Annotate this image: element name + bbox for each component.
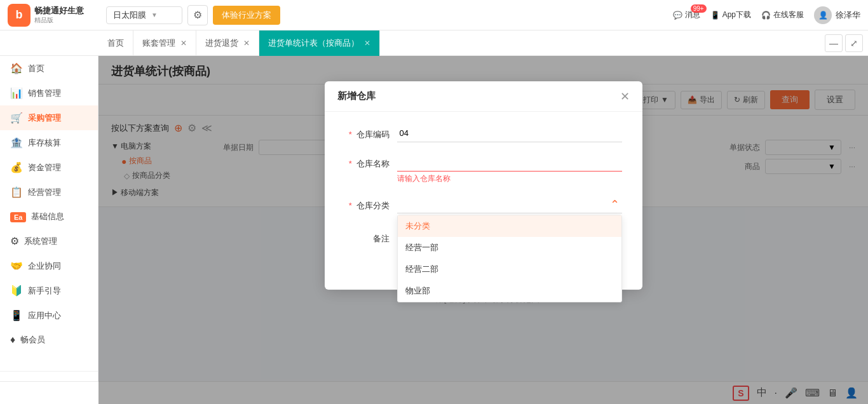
tab-home[interactable]: 首页 [98,30,133,56]
message-badge: 99+ [691,4,707,13]
basic-icon: Ea [10,211,26,222]
ea-badge: Ea [10,212,26,222]
category-field-row: * 仓库分类 ⌃ 未分类 [345,196,622,213]
category-select-wrapper: ⌃ 未分类 经营一部 [397,196,622,213]
online-service-button[interactable]: 🎧 在线客服 [761,10,804,20]
name-label: * 仓库名称 [345,154,390,170]
sidebar-item-sales[interactable]: 📊 销售管理 [0,81,98,105]
category-dropdown-arrow[interactable]: ⌃ [610,198,620,212]
store-dropdown-arrow: ▼ [151,11,158,18]
tab-expand-button[interactable]: ⤢ [845,34,863,52]
app-download-label: App下载 [722,10,751,20]
code-input[interactable] [397,125,622,142]
remark-label: 备注 [345,229,390,245]
online-service-label: 在线客服 [773,10,804,20]
settings-button[interactable]: ⚙ [187,5,208,25]
tab-purchase-return[interactable]: 进货退货 ✕ [196,30,259,56]
main-layout: 🏠 首页 📊 销售管理 🛒 采购管理 🏦 库存核算 💰 资金管理 📋 经营管理 … [0,56,868,404]
sidebar-item-app[interactable]: 📱 应用中心 [0,303,98,328]
store-name: 日太阳膜 [113,10,146,21]
category-field: * 仓库分类 ⌃ 未分类 [345,196,622,213]
sidebar-label-collab: 企业协同 [28,260,61,272]
sidebar-label-inventory: 库存核算 [28,137,61,149]
header-right: 💬 消息 99+ 📱 App下载 🎧 在线客服 👤 徐泽华 [673,6,860,24]
avatar: 👤 [814,6,832,24]
sidebar-item-basic[interactable]: Ea 基础信息 [0,205,98,229]
store-selector[interactable]: 日太阳膜 ▼ [106,6,182,24]
app-download-button[interactable]: 📱 App下载 [710,10,751,20]
message-button[interactable]: 💬 消息 99+ [673,10,700,20]
sidebar-item-system[interactable]: ⚙ 系统管理 [0,229,98,253]
name-field-row: * 仓库名称 [345,154,622,172]
sidebar-label-basic: 基础信息 [31,211,64,222]
content-area: 进货单统计(按商品) 🖨 按模板打印 ▼ 📤 导出 ↻ 刷新 查询 设置 [98,56,868,404]
tab-account[interactable]: 账套管理 ✕ [133,30,196,56]
username: 徐泽华 [836,10,860,21]
sidebar-item-guide[interactable]: 🔰 新手引导 [0,278,98,303]
operation-icon: 📋 [10,186,23,198]
name-field: * 仓库名称 请输入仓库名称 [345,154,622,184]
sidebar-label-sales: 销售管理 [28,88,61,99]
sidebar-item-finance[interactable]: 💰 资金管理 [0,155,98,180]
dialog-body: * 仓库编码 * 仓库名称 [325,112,642,229]
dropdown-option-dept1[interactable]: 经营一部 [398,237,621,259]
user-info[interactable]: 👤 徐泽华 [814,6,860,24]
guide-icon: 🔰 [10,285,23,297]
tab-purchase-return-label: 进货退货 [205,37,238,49]
tab-account-label: 账套管理 [142,37,175,49]
app-icon: 📱 [10,309,23,321]
name-error-message: 请输入仓库名称 [397,173,622,184]
code-label: * 仓库编码 [345,125,390,140]
dropdown-option-uncategorized[interactable]: 未分类 [398,215,621,237]
tab-home-label: 首页 [107,37,124,49]
headset-icon: 🎧 [761,11,771,20]
sidebar-label-member: 畅会员 [20,334,45,346]
sidebar-item-inventory[interactable]: 🏦 库存核算 [0,130,98,155]
sidebar: 🏠 首页 📊 销售管理 🛒 采购管理 🏦 库存核算 💰 资金管理 📋 经营管理 … [0,56,98,404]
sidebar-label-finance: 资金管理 [28,162,61,173]
tab-purchase-stat-close[interactable]: ✕ [364,39,370,48]
top-header: b 畅捷通好生意 精品版 日太阳膜 ▼ ⚙ 体验行业方案 💬 消息 99+ 📱 … [0,0,868,30]
sidebar-item-home[interactable]: 🏠 首页 [0,56,98,81]
dialog-close-button[interactable]: ✕ [620,91,630,102]
sales-icon: 📊 [10,87,23,99]
sidebar-label-app: 应用中心 [28,310,61,321]
tab-purchase-stat[interactable]: 进货单统计表（按商品） ✕ [259,30,380,56]
sidebar-item-operation[interactable]: 📋 经营管理 [0,180,98,205]
tab-right-buttons: — ⤢ [825,34,868,52]
category-label: * 仓库分类 [345,196,390,212]
logo-icon: b [8,4,31,27]
tab-purchase-stat-label: 进货单统计表（按商品） [268,37,359,49]
home-icon: 🏠 [10,62,23,74]
sidebar-label-purchase: 采购管理 [28,112,61,124]
category-dropdown: 未分类 经营一部 经营二部 物业部 [397,215,622,302]
new-warehouse-dialog: 新增仓库 ✕ * 仓库编码 [325,81,642,290]
system-icon: ⚙ [10,235,19,247]
collab-icon: 🤝 [10,260,23,272]
phone-icon: 📱 [710,11,720,20]
logo-subtitle: 精品版 [34,16,84,24]
name-input[interactable] [397,154,622,172]
tab-minimize-button[interactable]: — [825,34,843,52]
try-industry-button[interactable]: 体验行业方案 [213,6,280,25]
message-icon: 💬 [673,11,682,20]
sidebar-label-guide: 新手引导 [28,285,61,297]
dropdown-option-property[interactable]: 物业部 [398,280,621,302]
sidebar-label-system: 系统管理 [24,236,57,247]
purchase-icon: 🛒 [10,112,23,124]
tab-purchase-return-close[interactable]: ✕ [243,39,250,48]
dropdown-option-dept2[interactable]: 经营二部 [398,259,621,280]
tab-account-close[interactable]: ✕ [180,39,187,48]
dialog-header: 新增仓库 ✕ [325,81,642,112]
tab-bar: 首页 账套管理 ✕ 进货退货 ✕ 进货单统计表（按商品） ✕ — ⤢ [0,30,868,56]
logo-title: 畅捷通好生意 [34,6,84,17]
sidebar-item-purchase[interactable]: 🛒 采购管理 [0,105,98,130]
member-icon: ♦ [10,334,15,346]
code-field: * 仓库编码 [345,125,622,142]
dialog-title: 新增仓库 [337,90,376,102]
category-input[interactable] [397,196,622,213]
sidebar-item-collab[interactable]: 🤝 企业协同 [0,253,98,278]
sidebar-label-home: 首页 [28,63,44,74]
logo-area: b 畅捷通好生意 精品版 [8,4,106,27]
sidebar-item-member[interactable]: ♦ 畅会员 [0,328,98,352]
